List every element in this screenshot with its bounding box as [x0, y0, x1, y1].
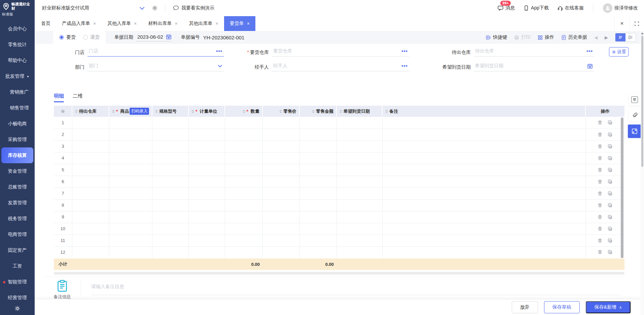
grid-cell[interactable] — [225, 129, 262, 140]
tab-close-icon[interactable]: × — [247, 21, 250, 26]
grid-cell[interactable] — [188, 140, 225, 152]
grid-cell[interactable] — [188, 129, 225, 140]
online-service-button[interactable]: 在线客服 — [558, 5, 584, 11]
sidebar-item-3[interactable]: 帮助中心 — [0, 53, 35, 68]
calendar-icon[interactable] — [587, 63, 593, 69]
grid-cell[interactable] — [225, 164, 262, 176]
grid-cell[interactable] — [109, 246, 152, 258]
grid-cell[interactable] — [262, 223, 299, 235]
grid-cell[interactable] — [382, 246, 585, 258]
sidebar-item-15[interactable]: 固定资产 — [0, 242, 35, 258]
prev-arrow-icon[interactable]: ◀ — [594, 35, 598, 40]
date-input[interactable]: 2023-06-02 — [137, 34, 172, 41]
grid-cell[interactable] — [336, 199, 382, 211]
ellipsis-icon[interactable]: ••• — [401, 65, 408, 67]
sort-carets-icon[interactable] — [75, 110, 78, 113]
grid-cell[interactable] — [382, 140, 585, 152]
sidebar-item-9[interactable]: 库存核算 — [1, 147, 33, 163]
form-settings-button[interactable]: 设置 — [609, 47, 629, 57]
list-view-toggle[interactable] — [615, 33, 625, 41]
grid-cell[interactable] — [225, 235, 262, 246]
user-menu[interactable]: 徐泽华修改 — [603, 3, 638, 13]
sidebar-item-13[interactable]: 税务管理 — [0, 211, 35, 226]
sort-carets-icon[interactable] — [279, 110, 282, 113]
delete-row-icon[interactable] — [598, 238, 602, 243]
grid-cell[interactable] — [72, 199, 109, 211]
grid-cell[interactable] — [225, 140, 262, 152]
sidebar-item-10[interactable]: 资金管理 — [0, 163, 35, 179]
grid-cell[interactable] — [188, 223, 225, 235]
grid-cell[interactable] — [382, 152, 585, 164]
radio-want-goods[interactable]: 要货 — [59, 34, 76, 40]
grid-cell[interactable] — [152, 223, 188, 235]
chevron-down-icon[interactable] — [218, 65, 222, 68]
shortcut-keys-button[interactable]: 快捷键 — [486, 34, 507, 40]
form-field-input[interactable]: 希望到货日期 — [474, 63, 594, 71]
grid-cell[interactable] — [109, 223, 152, 235]
grid-cell[interactable] — [72, 117, 109, 129]
column-header-5[interactable]: *数量 — [225, 106, 262, 117]
grid-cell[interactable] — [152, 187, 188, 199]
grid-cell[interactable] — [262, 176, 299, 187]
column-gear-icon[interactable] — [61, 109, 65, 114]
grid-cell[interactable] — [188, 176, 225, 187]
page-scrollbar[interactable] — [641, 31, 644, 315]
grid-cell[interactable] — [225, 246, 262, 258]
grid-cell[interactable] — [299, 211, 336, 223]
grid-cell[interactable] — [262, 211, 299, 223]
operations-button[interactable]: 操作 — [538, 34, 554, 40]
save-draft-button[interactable]: 保存草稿 — [544, 301, 580, 313]
grid-cell[interactable] — [382, 117, 585, 129]
delete-row-icon[interactable] — [598, 132, 602, 137]
grid-cell[interactable] — [109, 117, 152, 129]
sidebar-item-17[interactable]: 智能管理 — [0, 274, 35, 290]
grid-cell[interactable] — [336, 223, 382, 235]
grid-cell[interactable] — [152, 140, 188, 152]
grid-cell[interactable] — [188, 235, 225, 246]
sort-carets-icon[interactable] — [243, 110, 245, 113]
grid-cell[interactable] — [262, 140, 299, 152]
draft-note-button[interactable]: 草 — [629, 94, 641, 106]
radio-return-goods[interactable]: 退货 — [83, 34, 100, 40]
column-header-8[interactable]: 希望到货日期 — [336, 106, 382, 117]
grid-cell[interactable] — [299, 199, 336, 211]
scan-entry-badge[interactable]: 扫码录入 — [130, 108, 149, 115]
copy-add-row-icon[interactable] — [608, 203, 612, 208]
tab-close-icon[interactable]: × — [93, 21, 96, 26]
tab-5[interactable]: 其他出库单× — [183, 16, 224, 31]
grid-cell[interactable] — [72, 235, 109, 246]
grid-cell[interactable] — [109, 140, 152, 152]
card-view-toggle[interactable] — [625, 33, 636, 41]
copy-add-row-icon[interactable] — [608, 156, 612, 161]
delete-row-icon[interactable] — [598, 191, 602, 196]
column-header-1[interactable]: 待出仓库 — [72, 106, 109, 117]
grid-cell[interactable] — [299, 140, 336, 152]
copy-add-row-icon[interactable] — [608, 191, 612, 196]
grid-cell[interactable] — [152, 152, 188, 164]
delete-row-icon[interactable] — [598, 215, 602, 219]
sidebar-item-4[interactable]: 批发管理▲ — [0, 68, 35, 84]
close-all-tabs-button[interactable]: × — [614, 16, 629, 31]
grid-vertical-scrollbar[interactable] — [621, 117, 623, 258]
sort-carets-icon[interactable] — [312, 110, 315, 113]
delete-row-icon[interactable] — [598, 203, 602, 208]
ellipsis-icon[interactable]: ••• — [586, 50, 593, 53]
column-header-2[interactable]: *商品扫码录入 — [109, 106, 152, 117]
tab-2[interactable]: 产成品入库单× — [56, 16, 102, 31]
grid-cell[interactable] — [299, 152, 336, 164]
sidebar-item-1[interactable]: 会员中心 — [0, 21, 35, 37]
sidebar-item-6[interactable]: 销售管理 — [0, 100, 35, 116]
sidebar-item-14[interactable]: 电商管理 — [0, 226, 35, 242]
grid-cell[interactable] — [152, 129, 188, 140]
grid-cell[interactable] — [188, 246, 225, 258]
grid-cell[interactable] — [382, 164, 585, 176]
grid-cell[interactable] — [225, 199, 262, 211]
column-settings-header[interactable] — [54, 106, 72, 117]
app-download-button[interactable]: App下载 — [524, 5, 549, 11]
grid-cell[interactable] — [262, 152, 299, 164]
grid-cell[interactable] — [152, 164, 188, 176]
sidebar-item-7[interactable]: 小畅电商 — [0, 116, 35, 132]
next-arrow-icon[interactable]: ▶ — [605, 35, 608, 40]
copy-add-row-icon[interactable] — [608, 179, 612, 184]
grid-cell[interactable] — [336, 129, 382, 140]
